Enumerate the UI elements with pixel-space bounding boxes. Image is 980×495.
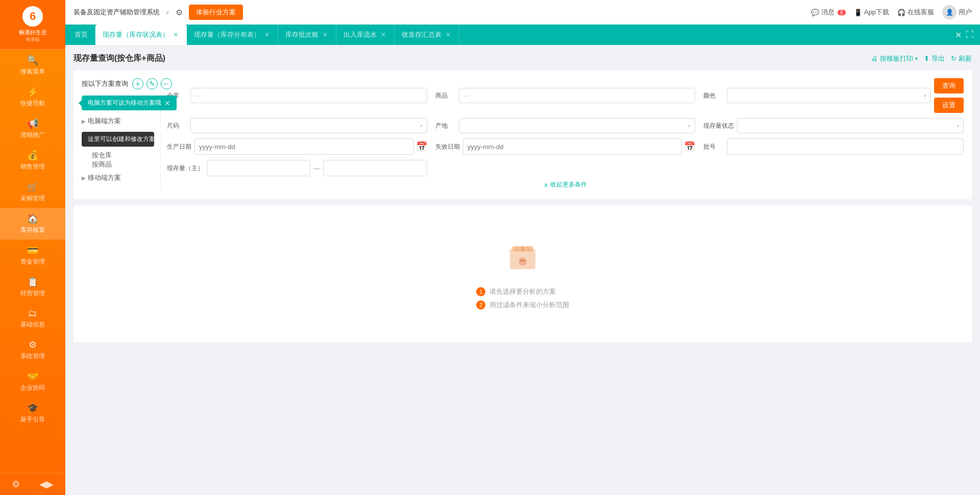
step1-num: 1 (476, 287, 485, 296)
tab-close-all-btn[interactable]: ✕ (955, 30, 962, 40)
sidebar-nav: 🔍 搜索菜单 ⚡ 快捷导航 📢 营销推广 💰 销售管理 🛒 采购管理 🏠 库存核… (0, 50, 65, 473)
calendar-icon-prod: 📅 (416, 141, 427, 152)
print-btn[interactable]: 🖨 按模板打印 ▾ (871, 54, 918, 63)
warehouse-field: 仓库 ··· (167, 78, 427, 113)
refresh-btn[interactable]: ↻ 刷新 (951, 54, 972, 63)
operations-icon: 📋 (27, 276, 38, 288)
online-service-btn[interactable]: 🎧 在线客服 (897, 8, 934, 17)
nav-search-menu[interactable]: 🔍 搜索菜单 (0, 50, 65, 81)
nav-inventory[interactable]: 🏠 库存核算 (0, 208, 65, 240)
scheme-tree-more: 按仓库 按商品 (82, 151, 154, 169)
tab-batch-close[interactable]: ✕ (322, 30, 329, 39)
industry-btn[interactable]: 体验行业方案 (189, 5, 243, 20)
size-control[interactable]: ▾ (190, 118, 427, 133)
color-field-row: 颜色 ▾ 查询 设置 (703, 78, 964, 113)
tab-stock-dist-close[interactable]: ✕ (263, 30, 271, 39)
nav-basic-info[interactable]: 🗂 基础信息 (0, 303, 65, 334)
main-area: 装备及固定资产辅助管理系统 ▾ ⚙ 体验行业方案 💬 消息 8 📱 App下载 … (65, 0, 980, 495)
nav-marketing[interactable]: 📢 营销推广 (0, 113, 65, 145)
goods-dots: ··· (463, 91, 470, 100)
add-scheme-btn[interactable]: + (132, 78, 143, 89)
stock-main-start[interactable] (207, 160, 310, 176)
search-btn[interactable]: 查询 (934, 78, 964, 93)
scheme-sub-warehouse[interactable]: 按仓库 (82, 151, 154, 160)
logo-text: 畅通好生意 标准版 (19, 29, 47, 43)
empty-step-1: 1 请先选择要分析的方案 (476, 285, 569, 298)
header-settings-icon[interactable]: ⚙ (176, 8, 183, 17)
scheme-tree: ▶ 电脑端方案 (82, 114, 154, 128)
prod-date-range: 📅 (194, 138, 427, 155)
system-name: 装备及固定资产辅助管理系统 (74, 8, 160, 17)
tooltip1-close[interactable]: ✕ (164, 99, 170, 107)
tooltip-desktop: 电脑方案可设为移动方案哦 ✕ (82, 96, 177, 110)
collapse-btn[interactable]: ∧ 收起更多条件 (167, 176, 964, 191)
export-btn[interactable]: ⬆ 导出 (924, 54, 945, 63)
prod-date-start[interactable] (194, 138, 414, 155)
nav-newbie[interactable]: 🎓 新手引导 (0, 397, 65, 429)
color-control[interactable]: ▾ (727, 88, 931, 103)
stock-main-end[interactable] (323, 160, 427, 176)
nav-quick-guide[interactable]: ⚡ 快捷导航 (0, 81, 65, 113)
sidebar-bottom: ⚙ ◀▶ (0, 473, 65, 495)
logo-icon: 6 (22, 6, 43, 27)
tab-flow[interactable]: 出入库流水 ✕ (336, 25, 395, 45)
origin-control[interactable]: ▾ (459, 118, 696, 133)
stock-main-label: 现存量（主） (167, 164, 204, 173)
scheme-sub-goods[interactable]: 按商品 (82, 160, 154, 169)
user-menu[interactable]: 👤 用户 (942, 5, 972, 19)
size-arrow-icon: ▾ (420, 123, 423, 129)
scheme-desktop[interactable]: ▶ 电脑端方案 (82, 114, 154, 128)
warehouse-control[interactable]: ··· (190, 88, 427, 103)
tooltip2-close[interactable]: ✕ (164, 135, 170, 144)
header-left: 装备及固定资产辅助管理系统 ▾ ⚙ 体验行业方案 (74, 5, 243, 20)
tab-bar: 首页 现存量（库存状况表） ✕ 现存量（库存分布表） ✕ 库存批次账 ✕ 出入库… (65, 25, 980, 45)
nav-operations[interactable]: 📋 经营管理 (0, 271, 65, 303)
tab-stock-status[interactable]: 现存量（库存状况表） ✕ (95, 25, 187, 45)
fields-grid: 仓库 ··· 商品 ··· (167, 78, 964, 176)
scheme-mobile-item[interactable]: ▶ 移动端方案 (82, 171, 154, 184)
tab-summary-close[interactable]: ✕ (445, 30, 452, 39)
nav-system[interactable]: ⚙ 系统管理 (0, 334, 65, 366)
tab-stock-status-close[interactable]: ✕ (172, 30, 179, 39)
nav-finance[interactable]: 💳 资金管理 (0, 240, 65, 271)
step2-num: 2 (476, 300, 485, 310)
sidebar: 6 畅通好生意 标准版 🔍 搜索菜单 ⚡ 快捷导航 📢 营销推广 💰 销售管理 … (0, 0, 65, 495)
tab-flow-close[interactable]: ✕ (380, 30, 387, 39)
edit-scheme-btn[interactable]: ✎ (146, 78, 158, 89)
purchase-icon: 🛒 (27, 181, 38, 193)
stock-main-range: — (207, 160, 427, 176)
goods-control[interactable]: ··· (459, 88, 696, 103)
sidebar-collapse-btn[interactable]: ◀▶ (39, 479, 54, 490)
stock-status-field: 现存量状态 ▾ (703, 118, 964, 133)
header: 装备及固定资产辅助管理系统 ▾ ⚙ 体验行业方案 💬 消息 8 📱 App下载 … (65, 0, 980, 25)
system-icon: ⚙ (29, 339, 37, 350)
collapse-icon: ∧ (544, 181, 548, 188)
nav-purchase[interactable]: 🛒 采购管理 (0, 176, 65, 208)
warehouse-dots: ··· (195, 91, 201, 100)
expire-date-range: 📅 (463, 138, 696, 155)
sales-icon: 💰 (27, 150, 38, 161)
marketing-icon: 📢 (27, 118, 38, 129)
finance-icon: 💳 (27, 245, 38, 256)
stock-status-control[interactable]: ▾ (737, 118, 964, 133)
print-icon: 🖨 (871, 55, 878, 62)
expire-date-start[interactable] (463, 138, 682, 155)
nav-sales[interactable]: 💰 销售管理 (0, 145, 65, 176)
nav-enterprise[interactable]: 🤝 企业协同 (0, 366, 65, 397)
tab-summary[interactable]: 收发存汇总表 ✕ (395, 25, 459, 45)
app-download-btn[interactable]: 📱 App下载 (854, 8, 889, 17)
newbie-icon: 🎓 (27, 403, 38, 414)
back-btn[interactable]: ← (161, 78, 172, 89)
tab-stock-dist[interactable]: 现存量（库存分布表） ✕ (187, 25, 278, 45)
print-arrow-icon: ▾ (915, 56, 918, 61)
notice-btn[interactable]: 💬 消息 8 (811, 8, 846, 17)
filter-label: 按以下方案查询 (82, 79, 128, 88)
batch-input[interactable] (727, 138, 964, 155)
tab-home[interactable]: 首页 (67, 25, 95, 45)
dash-icon: — (312, 164, 321, 172)
sidebar-settings-btn[interactable]: ⚙ (12, 479, 20, 490)
tab-fullscreen-btn[interactable]: ⛶ (966, 30, 974, 39)
reset-btn[interactable]: 设置 (934, 98, 964, 113)
stock-status-label: 现存量状态 (703, 122, 734, 130)
tab-batch[interactable]: 库存批次账 ✕ (278, 25, 336, 45)
